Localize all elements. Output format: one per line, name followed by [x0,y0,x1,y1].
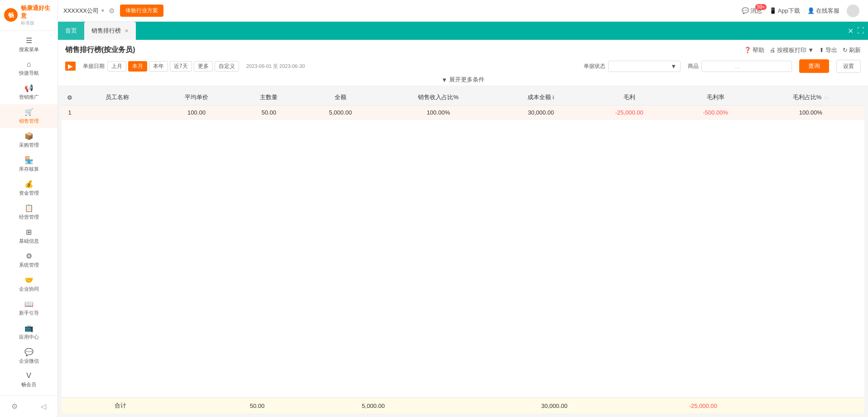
app-download-button[interactable]: 📱 App下载 [769,7,800,15]
sidebar-nav: ☰ 搜索菜单 ⌂ 快捷导航 📢 营销推广 🛒 销售管理 📦 采购管理 🏪 库存核… [0,31,58,395]
date-btn-last-7-days[interactable]: 近7天 [170,61,192,72]
page-title: 销售排行榜(按业务员) [65,45,135,55]
sidebar-item-icon-0: ☰ [26,36,32,45]
sidebar-item-label-5: 库存核算 [19,166,39,173]
col-settings-icon[interactable]: ⚙ [67,94,72,101]
table-header: ⚙ 员工名称 平均单价 主数量 全额 销售收入占比% 成本全额 ℹ 毛利 毛利率… [62,90,864,105]
date-btn-last-month[interactable]: 上月 [107,61,126,72]
date-btn-this-month[interactable]: 本月 [128,61,147,72]
sidebar-item-7[interactable]: 📋 经营管理 [0,200,58,224]
cell-gross-margin: -500.00% [674,105,757,120]
data-table: ⚙ 员工名称 平均单价 主数量 全额 销售收入占比% 成本全额 ℹ 毛利 毛利率… [62,90,864,120]
sidebar-item-icon-8: ⊞ [26,228,32,236]
export-button[interactable]: ⬆ 导出 [819,46,837,54]
cell-gross-profit: -25,000.00 [585,105,674,120]
sidebar-item-2[interactable]: 📢 营销推广 [0,80,58,104]
app-logo-icon: 畅 [4,8,18,22]
trial-button[interactable]: 体验行业方案 [120,5,163,17]
online-service-button[interactable]: 👤 在线客服 [807,7,839,15]
help-button[interactable]: ❓ 帮助 [744,46,764,54]
export-label: 导出 [825,46,837,54]
goods-input-more: ... [735,63,740,70]
footer-quantity: 50.00 [207,398,307,413]
cell-amount: 5,000.00 [302,105,379,120]
sidebar-item-icon-2: 📢 [24,84,34,92]
date-range-text: 2023-06-01 至 2023-06-30 [246,63,305,70]
message-badge: 99+ [755,4,767,10]
refresh-label: 刷新 [849,46,861,54]
goods-filter: 商品 ... [688,61,792,72]
refresh-button[interactable]: ↻ 刷新 [843,46,861,54]
settings-button[interactable]: 设置 [836,60,861,73]
col-gross-profit: 毛利 [585,90,674,105]
status-filter: 单据状态 ▼ [584,61,681,72]
sidebar-settings-icon[interactable]: ⚙ [10,400,19,412]
sidebar-item-9[interactable]: ⚙ 系统管理 [0,248,58,272]
sidebar-item-icon-5: 🏪 [24,156,34,164]
date-btn-more[interactable]: 更多 [194,61,213,72]
sidebar-item-8[interactable]: ⊞ 基础信息 [0,224,58,248]
sidebar-item-label-8: 基础信息 [19,238,39,244]
tab-close-icon[interactable]: ✕ [125,28,129,34]
message-icon: 💬 [742,7,749,14]
footer-gross-profit: -25,000.00 [627,398,779,413]
message-button[interactable]: 💬 消息 99+ [742,7,762,15]
fullscreen-icon[interactable]: ⛶ [857,27,864,35]
company-dropdown-icon: ▼ [101,8,105,13]
page-title-row: 销售排行榜(按业务员) ❓ 帮助 🖨 按模板打印 ▼ ⬆ 导出 [65,45,861,55]
profit-pct-sort-icon: ↑↓ [824,95,829,100]
sidebar-item-11[interactable]: 📖 新手引导 [0,296,58,320]
footer-total-label: 合计 [76,398,165,413]
col-gross-margin: 毛利率 [674,90,757,105]
sidebar-item-3[interactable]: 🛒 销售管理 [0,104,58,128]
tab-home[interactable]: 首页 [58,22,84,40]
sidebar-item-0[interactable]: ☰ 搜索菜单 [0,33,58,57]
sidebar-item-1[interactable]: ⌂ 快捷导航 [0,57,58,80]
sidebar-collapse-icon[interactable]: ◁ [39,400,48,412]
filter-row: ▶ 单据日期 上月 本月 本年 近7天 更多 自定义 [65,59,861,73]
status-select[interactable]: ▼ [608,61,681,72]
footer-avg-price [165,398,207,413]
date-btn-this-year[interactable]: 本年 [149,61,168,72]
sidebar-bottom: ⚙ ◁ [0,395,58,417]
tab-sales-ranking[interactable]: 销售排行榜 ✕ [84,22,136,40]
company-selector[interactable]: XXXXXX公司 ▼ [63,7,105,15]
date-btn-custom[interactable]: 自定义 [215,61,239,72]
user-avatar-button[interactable] [847,5,863,17]
table-body: 1 100.00 50.00 5,000.00 100.00% 30,000.0… [62,105,864,120]
date-filter-label: 单据日期 [83,62,105,70]
sidebar-item-14[interactable]: V 畅会员 [0,368,58,392]
help-label: 帮助 [753,46,764,54]
cell-rank: 1 [62,105,78,120]
print-icon: 🖨 [770,47,776,53]
sidebar-item-13[interactable]: 💬 企业微信 [0,344,58,368]
nav-tabs: 首页 销售排行榜 ✕ ✕ ⛶ [58,22,868,40]
page-header: 销售排行榜(按业务员) ❓ 帮助 🖨 按模板打印 ▼ ⬆ 导出 [58,40,868,86]
sidebar-item-label-12: 应用中心 [19,334,39,340]
main-content: XXXXXX公司 ▼ ⚙ 体验行业方案 💬 消息 99+ 📱 App下载 👤 在… [58,0,868,417]
table-container: ⚙ 员工名称 平均单价 主数量 全额 销售收入占比% 成本全额 ℹ 毛利 毛利率… [62,90,864,413]
col-profit-pct: 毛利占比% ↑↓ [757,90,864,105]
sidebar: 畅 畅康通好生意 标准版 ☰ 搜索菜单 ⌂ 快捷导航 📢 营销推广 🛒 销售管理… [0,0,58,417]
expand-toggle[interactable]: ▶ [65,62,76,71]
close-all-tabs-icon[interactable]: ✕ [848,27,854,35]
expand-toggle-icon[interactable]: ▶ [65,62,76,71]
sidebar-item-icon-7: 📋 [24,204,34,212]
sidebar-item-10[interactable]: 🤝 企业协同 [0,272,58,296]
query-button[interactable]: 查询 [799,59,829,73]
footer-amount: 5,000.00 [307,398,440,413]
footer-profit-pct [822,398,864,413]
topbar-settings-icon[interactable]: ⚙ [109,7,115,15]
sidebar-item-4[interactable]: 📦 采购管理 [0,128,58,152]
sidebar-item-icon-1: ⌂ [27,60,31,68]
sidebar-item-5[interactable]: 🏪 库存核算 [0,152,58,176]
goods-input[interactable]: ... [701,61,792,72]
sidebar-item-6[interactable]: 💰 资金管理 [0,176,58,200]
date-range-display: 2023-06-01 至 2023-06-30 [246,63,305,70]
sidebar-item-icon-11: 📖 [24,300,34,308]
template-print-button[interactable]: 🖨 按模板打印 ▼ [770,46,814,54]
sidebar-item-label-11: 新手引导 [19,310,39,316]
sidebar-item-icon-10: 🤝 [24,276,34,284]
expand-more-btn[interactable]: ▼ 展开更多条件 [441,76,484,84]
sidebar-item-12[interactable]: 📺 应用中心 [0,320,58,344]
